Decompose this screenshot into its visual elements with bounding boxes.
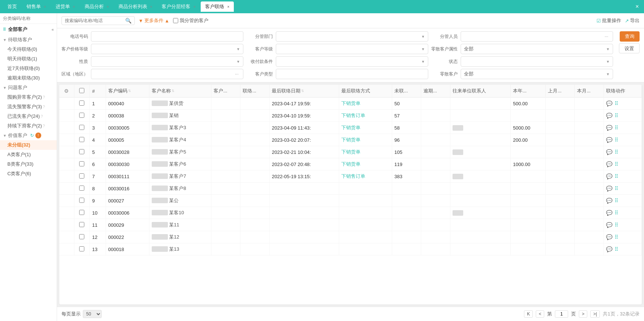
more-action-icon[interactable]: ⠿ (615, 100, 618, 106)
sort-icon-name[interactable]: ⇅ (172, 89, 175, 93)
contact-action-icon[interactable]: 💬 (606, 186, 612, 191)
contact-action-icon[interactable]: 💬 (606, 113, 612, 119)
next-page-button[interactable]: > (579, 310, 587, 318)
th-name[interactable]: 客户名称 ⇅ (149, 85, 211, 98)
more-action-icon[interactable]: ⠿ (615, 137, 618, 143)
sidebar-item-churned[interactable]: 已流失客户(24) ? (0, 112, 57, 121)
page-number-input[interactable] (555, 310, 568, 318)
sidebar-item-today-contact[interactable]: 今天待联络(0) (0, 45, 57, 54)
reset-button[interactable]: 设置 (619, 43, 640, 53)
my-customer-checkbox[interactable] (173, 18, 178, 23)
more-action-icon[interactable]: ⠿ (615, 149, 618, 155)
filter-scatter-attr-select[interactable]: 全部▼ (461, 44, 613, 54)
more-filters-button[interactable]: ▼ 更多条件 ▲ (138, 17, 169, 24)
select-all-checkbox[interactable] (79, 88, 84, 93)
prev-page-button[interactable]: < (536, 310, 544, 318)
more-action-icon[interactable]: ⠿ (615, 173, 618, 179)
row-checkbox[interactable] (79, 137, 84, 142)
sidebar-item-tomorrow-contact[interactable]: 明天待联络(1) (0, 54, 57, 64)
sidebar-item-class-b[interactable]: B类客户(33) (0, 159, 57, 169)
row-checkbox[interactable] (79, 125, 84, 130)
sidebar-item-unsorted[interactable]: 未分组(32) (0, 140, 57, 150)
main-search-input[interactable] (65, 18, 124, 23)
row-checkbox[interactable] (79, 113, 84, 118)
more-action-icon[interactable]: ⠿ (615, 246, 618, 252)
filter-region-input[interactable]: ··· (91, 69, 243, 79)
contact-type-link[interactable]: 下销售订单 (341, 173, 365, 179)
filter-customer-level-select[interactable]: ▼ (276, 44, 428, 54)
all-customers-header[interactable]: ⠿ 全部客户 « (0, 24, 57, 35)
contact-action-icon[interactable]: 💬 (606, 198, 612, 204)
filter-status-select[interactable]: ▼ (461, 56, 613, 67)
filter-scatter-select[interactable]: 全部▼ (461, 69, 613, 79)
batch-op-button[interactable]: ☑ 批量操作 (597, 17, 621, 24)
row-checkbox[interactable] (79, 100, 84, 106)
tab-product-analysis-list[interactable]: 商品分析列表 × (114, 1, 157, 12)
contact-action-icon[interactable]: 💬 (606, 246, 612, 252)
row-checkbox[interactable] (79, 149, 84, 154)
filter-dept-select[interactable]: ▼ (276, 31, 428, 42)
more-action-icon[interactable]: ⠿ (615, 186, 618, 191)
tab-sales-close[interactable]: × (44, 5, 46, 9)
filter-price-level-select[interactable]: ▼ (91, 44, 243, 54)
tab-customer-contact[interactable]: 客户联络 × (201, 1, 234, 12)
tab-product-analysis-list-close[interactable]: × (150, 5, 152, 9)
filter-phone-input[interactable] (91, 31, 243, 42)
contact-action-icon[interactable]: 💬 (606, 210, 612, 216)
contact-action-icon[interactable]: 💬 (606, 149, 612, 155)
sidebar-item-7days-contact[interactable]: 近7天待联络(0) (0, 64, 57, 73)
more-action-icon[interactable]: ⠿ (615, 125, 618, 131)
tab-purchase[interactable]: 进货单 × (51, 1, 80, 12)
row-checkbox[interactable] (79, 222, 84, 227)
row-checkbox[interactable] (79, 246, 84, 251)
filter-person-input[interactable]: ··· (461, 31, 613, 42)
more-action-icon[interactable]: ⠿ (615, 113, 618, 119)
close-all-button[interactable]: × (633, 3, 641, 10)
tab-product-analysis[interactable]: 商品分析 × (80, 1, 113, 12)
tab-customer-segment[interactable]: 客户分层经客 × (157, 1, 200, 12)
tab-customer-contact-close[interactable]: × (227, 5, 229, 9)
first-page-button[interactable]: K (524, 310, 533, 318)
contact-type-link[interactable]: 下销货单 (341, 125, 360, 130)
filter-person-dots[interactable]: ··· (603, 34, 610, 39)
row-checkbox[interactable] (79, 161, 84, 166)
last-page-button[interactable]: >| (590, 310, 600, 318)
page-size-select[interactable]: 50 100 200 (83, 310, 102, 318)
tab-product-analysis-close[interactable]: × (107, 5, 109, 9)
my-customer-checkbox-container[interactable]: 我分管的客户 (173, 17, 208, 24)
contact-type-link[interactable]: 下销货单 (341, 161, 360, 167)
tab-sales[interactable]: 销售单 × (22, 1, 50, 12)
row-checkbox[interactable] (79, 173, 84, 179)
sidebar-item-class-a[interactable]: A类客户(1) (0, 150, 57, 159)
th-code[interactable]: 客户编码 ⇅ (106, 85, 149, 98)
sidebar-item-overdue-contact[interactable]: 逾期未联络(30) (0, 73, 57, 83)
sidebar-item-class-c[interactable]: C类客户(6) (0, 169, 57, 179)
sidebar-item-declining[interactable]: 持续下滑客户(2) ? (0, 121, 57, 131)
sidebar-item-hoarding-abnormal[interactable]: 囤购异常客户(2) ? (0, 92, 57, 102)
contact-action-icon[interactable]: 💬 (606, 222, 612, 228)
sidebar-item-churn-warning[interactable]: 流失预警客户(3) ? (0, 102, 57, 112)
contact-action-icon[interactable]: 💬 (606, 125, 612, 131)
more-action-icon[interactable]: ⠿ (615, 222, 618, 228)
sort-icon-date[interactable]: ⇅ (301, 89, 304, 93)
row-checkbox[interactable] (79, 234, 84, 239)
contact-type-link[interactable]: 下销货单 (341, 100, 360, 106)
waiting-contact-group[interactable]: ▼ 待联络客户 (0, 35, 57, 45)
more-action-icon[interactable]: ⠿ (615, 198, 618, 204)
gear-icon[interactable]: ⚙ (64, 88, 69, 94)
sort-icon-code[interactable]: ⇅ (128, 89, 131, 93)
tab-home[interactable]: 首页 (3, 1, 21, 12)
more-action-icon[interactable]: ⠿ (615, 234, 618, 240)
filter-customer-type-input[interactable] (276, 69, 428, 79)
sidebar-search-input[interactable] (3, 16, 57, 21)
row-checkbox[interactable] (79, 198, 84, 203)
contact-type-link[interactable]: 下销售订单 (341, 113, 365, 118)
contact-action-icon[interactable]: 💬 (606, 173, 612, 179)
more-action-icon[interactable]: ⠿ (615, 210, 618, 216)
refresh-icon[interactable]: ↻ (30, 133, 34, 138)
filter-region-dots[interactable]: ··· (233, 71, 240, 77)
query-button[interactable]: 查询 (620, 31, 640, 42)
contact-action-icon[interactable]: 💬 (606, 137, 612, 143)
tab-purchase-close[interactable]: × (73, 5, 75, 9)
contact-action-icon[interactable]: 💬 (606, 100, 612, 106)
